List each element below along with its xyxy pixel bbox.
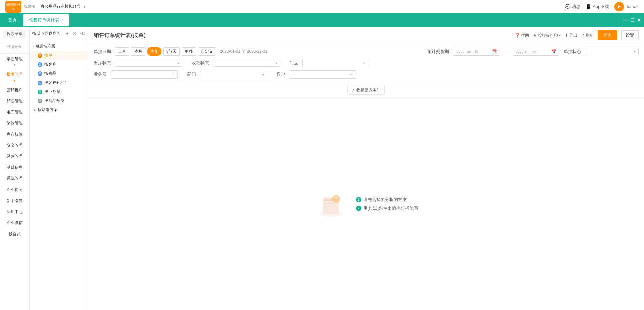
schema-group-mobile[interactable]: ▶ 移动端方案 (30, 105, 88, 114)
date-btn-this-month[interactable]: 本月 (131, 47, 145, 56)
mobile-group-arrow: ▶ (34, 108, 36, 112)
export-label: 导出 (569, 33, 577, 38)
collapse-panel-btn[interactable]: ≪ (79, 30, 85, 36)
tab-sales-stats-label: 销售订单统计表 (29, 17, 59, 23)
date-divider: — (504, 49, 508, 54)
salesperson-dots: ··· (171, 72, 175, 77)
minimize-icon[interactable]: — (623, 17, 628, 23)
schema-item-by-salesperson[interactable]: 员 按业务员 (30, 87, 88, 96)
left-panel-actions: + ⊙ ≪ (64, 30, 85, 36)
sidebar-item-appcenter[interactable]: 应用中心 (0, 206, 29, 217)
retail-arrow: ▾ (14, 63, 15, 66)
sidebar-item-appcenter-label: 应用中心 (7, 209, 23, 215)
schema-item-salesperson-icon: 员 (38, 90, 42, 94)
message-btn[interactable]: 💬 消息 (565, 4, 580, 10)
help-link[interactable]: ❓ 帮助 (515, 33, 529, 38)
left-panel: 按以下方案查询 + ⊙ ≪ ▾ 电脑端方案 单 按单 客 按客户 (30, 27, 88, 310)
date-btn-more[interactable]: 更多 (182, 47, 196, 56)
sidebar-item-system[interactable]: 系统管理 (0, 173, 29, 184)
topbar: 畅捷通好生意 标准版 办公用品行业模拟账套 ▾ 💬 消息 📱 App下载 E d… (0, 0, 644, 13)
department-select[interactable]: ▾ (200, 71, 267, 78)
schema-item-by-customer-goods[interactable]: 客 按客户+商品 (30, 78, 88, 87)
goods-label: 商品 (289, 60, 298, 66)
user-menu[interactable]: E demo2 (614, 2, 639, 11)
schema-item-order-label: 按单 (44, 53, 52, 58)
sidebar-item-operations[interactable]: 经营管理 (0, 151, 29, 162)
app-download-btn[interactable]: 📱 App下载 (586, 4, 609, 10)
date-btn-last-month[interactable]: 上月 (115, 47, 129, 56)
customer-input[interactable]: ··· (289, 70, 356, 79)
help-icon: ❓ (515, 33, 520, 38)
data-area: ? 1 请先选择要分析的方案 2 用[过滤]条件来缩小分析范围 (88, 98, 644, 310)
schema-item-by-customer[interactable]: 客 按客户 (30, 60, 88, 69)
sidebar-item-wechat[interactable]: 企业微信 (0, 217, 29, 228)
shipment-select[interactable]: ▾ (115, 60, 182, 67)
sidebar-item-purchase-label: 采购管理 (7, 120, 23, 126)
date-btn-this-year[interactable]: 本年 (147, 47, 161, 56)
add-schema-btn[interactable]: + (64, 30, 70, 36)
sidebar-item-inventory[interactable]: 库存核算 (0, 129, 29, 140)
sidebar-item-finance[interactable]: 资金管理 (0, 140, 29, 151)
refresh-label: 刷新 (586, 33, 594, 38)
date-btn-custom[interactable]: 自定义 (198, 47, 216, 56)
sidebar-item-newuser[interactable]: 新手引导 (0, 195, 29, 206)
search-menu-btn[interactable]: 搜索菜单 (3, 30, 26, 38)
hint-2-text: 用[过滤]条件来缩小分析范围 (363, 205, 418, 211)
expected-date-end[interactable]: yyyy-mm-dd 📅 (513, 48, 559, 56)
sidebar-item-member[interactable]: 畅会员 (0, 228, 29, 240)
sidebar-item-sales[interactable]: 销售管理 (0, 96, 29, 107)
schema-item-customer-label: 按客户 (44, 62, 56, 67)
payment-select[interactable]: ▾ (213, 60, 280, 67)
print-link[interactable]: 🖨 按模板打印 ▾ (533, 33, 561, 38)
sidebar-item-basics[interactable]: 基础信息 (0, 162, 29, 173)
maximize-icon[interactable]: □ (631, 17, 634, 23)
date-btn-7days[interactable]: 近7天 (163, 47, 180, 56)
edit-schema-btn[interactable]: ⊙ (72, 30, 78, 36)
print-arrow: ▾ (559, 34, 561, 37)
download-icon: 📱 (586, 4, 591, 9)
expected-date-start[interactable]: yyyy-mm-dd 📅 (453, 48, 500, 56)
schema-item-by-order[interactable]: 单 按单 (30, 51, 88, 60)
sidebar-item-retail[interactable]: 零售管理 ▾ (0, 54, 29, 69)
sidebar-item-marketing[interactable]: 营销推广 (0, 85, 29, 96)
schema-item-by-goods[interactable]: 商 按商品 (30, 69, 88, 78)
help-label: 帮助 (521, 33, 529, 38)
search-button[interactable]: 查询 (598, 30, 617, 40)
tab-sales-stats[interactable]: 销售订单统计表 × (23, 14, 69, 26)
username: demo2 (625, 4, 639, 9)
sidebar-item-purchase[interactable]: 采购管理 (0, 118, 29, 129)
app-title-dropdown[interactable]: ▾ (84, 4, 86, 9)
hint-1-text: 请先选择要分析的方案 (363, 197, 407, 203)
hint-1: 1 请先选择要分析的方案 (356, 197, 407, 203)
empty-content: ? 1 请先选择要分析的方案 2 用[过滤]条件来缩小分析范围 (314, 187, 418, 221)
print-label: 按模板打印 (538, 33, 558, 38)
avatar: E (614, 2, 624, 11)
export-link[interactable]: ⬇ 导出 (565, 33, 577, 38)
empty-illustration: ? (314, 187, 348, 221)
refresh-link[interactable]: ↺ 刷新 (581, 33, 594, 38)
page-header: 销售订单统计表(按单) ❓ 帮助 🖨 按模板打印 ▾ ⬇ 导出 ↺ 刷新 (88, 27, 644, 43)
sidebar-item-system-label: 系统管理 (7, 176, 23, 182)
tab-home[interactable]: 首页 (3, 13, 22, 27)
schema-list: ▾ 电脑端方案 单 按单 客 按客户 商 按商品 客 按客户+商品 员 (30, 40, 88, 116)
page-title: 销售订单统计表(按单) (94, 32, 146, 39)
status-select[interactable]: ▾ (585, 48, 639, 55)
sidebar-item-wholesale[interactable]: 批发管理 ▴ (0, 69, 29, 85)
collapse-bar: ∧ 收起更多条件 (88, 83, 644, 98)
sidebar-item-enterprise[interactable]: 企业协同 (0, 184, 29, 195)
schema-item-by-category[interactable]: 类 按商品分类 (30, 96, 88, 105)
goods-input[interactable]: ··· (302, 59, 369, 67)
sidebar-item-retail-label: 零售管理 (7, 56, 23, 62)
sidebar-item-ecommerce[interactable]: 电商管理 (0, 107, 29, 118)
salesperson-input[interactable]: ··· (111, 70, 178, 79)
settings-button[interactable]: 设置 (621, 30, 639, 40)
department-select-arrow: ▾ (262, 73, 264, 76)
tab-close-icon[interactable]: × (61, 18, 64, 22)
goods-dots: ··· (363, 61, 366, 65)
close-window-icon[interactable]: ✕ (637, 17, 641, 23)
calendar-icon-2: 📅 (551, 49, 556, 54)
hint-2-num: 2 (356, 206, 361, 211)
print-icon: 🖨 (533, 33, 537, 38)
collapse-filters-btn[interactable]: ∧ 收起更多条件 (347, 86, 385, 95)
schema-group-desktop[interactable]: ▾ 电脑端方案 (30, 41, 88, 51)
